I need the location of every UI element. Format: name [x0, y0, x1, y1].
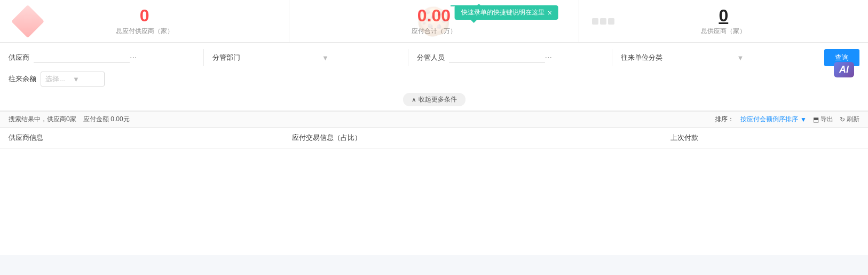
unit-category-label: 往来单位分类: [621, 53, 662, 62]
filter-supplier: 供应商 ···: [9, 49, 204, 66]
summary-bar: 0 总应付供应商（家） 🍪 0.00 应付合计（万） 快速录单的快捷键说明在这里…: [0, 0, 868, 43]
diamond-icon: [16, 10, 40, 33]
unit-category-chevron: ▼: [737, 54, 807, 62]
department-chevron: ▼: [322, 54, 399, 62]
filter-row-1: 供应商 ··· 分管部门 ▼ 分管人员 ··· 往来单位分类 ▼: [9, 49, 859, 66]
filter-unit-category: 往来单位分类 ▼: [612, 49, 816, 66]
sort-chevron: ▼: [800, 116, 807, 123]
balance-label: 往来余额: [9, 74, 36, 84]
department-select[interactable]: ▼: [244, 54, 399, 62]
table-col-transaction-info: 应付交易信息（占比）: [292, 133, 670, 143]
filter-manager: 分管人员 ···: [408, 49, 612, 66]
balance-placeholder: 选择...: [45, 74, 73, 84]
sort-value: 按应付会额倒序排序: [740, 115, 798, 124]
filter-row-2: 往来余额 选择... ▼: [9, 72, 859, 87]
results-info: 搜索结果中，供应商0家 应付金额 0.00元: [9, 115, 130, 124]
table-body: [0, 148, 868, 255]
unit-category-select[interactable]: ▼: [667, 54, 807, 62]
collapse-button[interactable]: ∧ 收起更多条件: [403, 93, 465, 106]
filter-department: 分管部门 ▼: [204, 49, 408, 66]
refresh-label: 刷新: [847, 115, 859, 124]
grid-icon: [592, 18, 614, 25]
table-header: 供应商信息 应付交易信息（占比） 上次付款: [0, 128, 868, 148]
supplier-label: 供应商: [9, 53, 29, 62]
summary-card-total-suppliers: 0 总供应商（家）: [579, 0, 868, 42]
total-suppliers-number: 0: [719, 6, 728, 25]
supplier-dots[interactable]: ···: [130, 53, 137, 62]
payable-total-number: 0.00: [417, 6, 451, 25]
department-label: 分管部门: [212, 53, 240, 62]
manager-input[interactable]: [449, 52, 545, 63]
table-col-supplier-info: 供应商信息: [9, 133, 292, 143]
collapse-chevron-up: ∧: [412, 96, 416, 104]
sort-label: 排序：: [715, 115, 734, 124]
results-text: 搜索结果中，供应商0家: [9, 115, 76, 123]
filter-balance: 往来余额 选择... ▼: [9, 72, 105, 87]
export-icon: ⬒: [813, 116, 819, 123]
balance-select[interactable]: 选择... ▼: [41, 72, 105, 87]
sort-select[interactable]: 按应付会额倒序排序 ▼: [740, 115, 807, 124]
results-actions: 排序： 按应付会额倒序排序 ▼ ⬒ 导出 ↻ 刷新: [715, 115, 859, 124]
collapse-label: 收起更多条件: [419, 95, 457, 104]
export-label: 导出: [820, 115, 833, 124]
total-payable-suppliers-label: 总应付供应商（家）: [116, 27, 173, 36]
payable-total-label: 应付合计（万）: [412, 27, 456, 36]
tooltip-text: 快速录单的快捷键说明在这里: [461, 8, 545, 17]
ai-badge[interactable]: Ai: [834, 62, 854, 77]
refresh-button[interactable]: ↻ 刷新: [840, 115, 859, 124]
balance-chevron: ▼: [73, 75, 100, 83]
supplier-input[interactable]: [34, 52, 130, 63]
export-button[interactable]: ⬒ 导出: [813, 115, 833, 124]
collapse-btn-wrapper: ∧ 收起更多条件: [9, 91, 859, 111]
tooltip-container: 快速录单的快捷键说明在这里 ×: [448, 3, 482, 9]
tooltip-bubble: 快速录单的快捷键说明在这里 ×: [455, 5, 558, 20]
total-suppliers-label: 总供应商（家）: [701, 27, 746, 36]
results-amount: 应付金额 0.00元: [83, 115, 130, 123]
refresh-icon: ↻: [840, 116, 845, 123]
results-bar: 搜索结果中，供应商0家 应付金额 0.00元 排序： 按应付会额倒序排序 ▼ ⬒…: [0, 111, 868, 128]
table-col-last-payment: 上次付款: [670, 133, 859, 143]
manager-label: 分管人员: [417, 53, 445, 62]
total-payable-suppliers-number: 0: [140, 6, 149, 25]
manager-dots[interactable]: ···: [545, 53, 552, 62]
summary-card-payable-total: 🍪 0.00 应付合计（万） 快速录单的快捷键说明在这里 ×: [289, 0, 579, 42]
tooltip-close[interactable]: ×: [548, 9, 552, 17]
filter-bar: 供应商 ··· 分管部门 ▼ 分管人员 ··· 往来单位分类 ▼: [0, 43, 868, 111]
summary-card-payable-suppliers: 0 总应付供应商（家）: [0, 0, 289, 42]
